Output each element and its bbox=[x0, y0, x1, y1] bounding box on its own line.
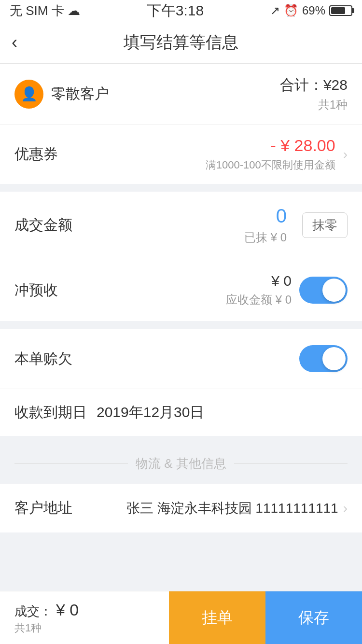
customer-right: 合计：¥28 共1种 bbox=[280, 75, 348, 112]
battery-icon bbox=[329, 5, 352, 16]
back-button[interactable]: ‹ bbox=[12, 32, 17, 53]
total-count: 共1种 bbox=[280, 97, 348, 112]
bottom-amount: ¥ 0 bbox=[56, 601, 79, 619]
bottom-bar: 成交： ¥ 0 共1种 挂单 保存 bbox=[0, 591, 362, 644]
prepay-label: 冲预收 bbox=[14, 280, 58, 300]
avatar: 👤 bbox=[14, 80, 43, 109]
save-button[interactable]: 保存 bbox=[265, 591, 362, 644]
nav-bar: ‹ 填写结算等信息 bbox=[0, 21, 362, 64]
transaction-label: 成交金额 bbox=[14, 215, 72, 235]
arrears-label: 本单赊欠 bbox=[14, 349, 72, 369]
address-label: 客户地址 bbox=[14, 498, 72, 518]
coupon-right: - ¥ 28.00 满1000-100不限制使用金额 › bbox=[206, 136, 348, 172]
carrier-label: 无 SIM 卡 ☁ bbox=[10, 2, 80, 19]
coupon-desc: 满1000-100不限制使用金额 bbox=[206, 158, 335, 172]
coupon-amount: - ¥ 28.00 bbox=[206, 136, 335, 155]
arrears-toggle[interactable] bbox=[299, 345, 348, 372]
due-date-value: 2019年12月30日 bbox=[97, 403, 204, 422]
status-left: 无 SIM 卡 ☁ bbox=[10, 2, 80, 19]
page-title: 填写结算等信息 bbox=[124, 31, 238, 54]
transaction-info: 已抹 ¥ 0 bbox=[244, 205, 287, 245]
logistics-divider: 物流 & 其他信息 bbox=[0, 444, 362, 484]
coupon-row[interactable]: 优惠券 - ¥ 28.00 满1000-100不限制使用金额 › bbox=[0, 124, 362, 184]
avatar-icon: 👤 bbox=[21, 86, 38, 102]
status-right: ↗ ⏰ 69% bbox=[270, 4, 352, 17]
round-button[interactable]: 抹零 bbox=[302, 212, 348, 238]
logistics-label: 物流 & 其他信息 bbox=[136, 455, 226, 472]
toggle-knob bbox=[322, 279, 346, 302]
transaction-row: 成交金额 已抹 ¥ 0 抹零 bbox=[0, 192, 362, 259]
status-bar: 无 SIM 卡 ☁ 下午3:18 ↗ ⏰ 69% bbox=[0, 0, 362, 21]
transaction-right: 已抹 ¥ 0 抹零 bbox=[244, 205, 348, 245]
address-section: 客户地址 张三 海淀永丰科技园 11111111111 › bbox=[0, 484, 362, 532]
prepay-info: ¥ 0 应收金额 ¥ 0 bbox=[226, 273, 292, 308]
bottom-count: 共1种 bbox=[14, 621, 154, 635]
prepay-row: 冲预收 ¥ 0 应收金额 ¥ 0 bbox=[0, 259, 362, 321]
transaction-amount-input[interactable] bbox=[248, 205, 287, 227]
content-area: 👤 零散客户 合计：¥28 共1种 优惠券 - ¥ 28.00 满1000-10… bbox=[0, 64, 362, 598]
address-right: 张三 海淀永丰科技园 11111111111 › bbox=[126, 499, 348, 518]
total-amount: 合计：¥28 bbox=[280, 75, 348, 95]
bottom-label: 成交： bbox=[14, 603, 52, 620]
bottom-summary: 成交： ¥ 0 共1种 bbox=[0, 591, 169, 644]
suspend-button[interactable]: 挂单 bbox=[169, 591, 265, 644]
customer-name: 零散客户 bbox=[51, 84, 109, 104]
due-date-label: 收款到期日 bbox=[14, 403, 87, 422]
arrears-row: 本单赊欠 bbox=[0, 329, 362, 389]
prepay-sub: 应收金额 ¥ 0 bbox=[226, 292, 292, 308]
alarm-icon: ⏰ bbox=[284, 4, 298, 17]
address-chevron-icon: › bbox=[343, 501, 348, 516]
coupon-info: - ¥ 28.00 满1000-100不限制使用金额 bbox=[206, 136, 335, 172]
transaction-section: 成交金额 已抹 ¥ 0 抹零 冲预收 ¥ 0 应收金额 ¥ 0 bbox=[0, 192, 362, 321]
customer-row: 👤 零散客户 合计：¥28 共1种 bbox=[0, 64, 362, 124]
divider-line: 物流 & 其他信息 bbox=[14, 455, 348, 472]
location-icon: ↗ bbox=[270, 4, 280, 17]
prepay-right: ¥ 0 应收金额 ¥ 0 bbox=[226, 273, 348, 308]
arrears-toggle-knob bbox=[322, 347, 346, 370]
status-time: 下午3:18 bbox=[147, 1, 204, 21]
coupon-chevron-icon: › bbox=[343, 147, 348, 162]
prepay-amount: ¥ 0 bbox=[226, 273, 292, 289]
battery-percent: 69% bbox=[302, 4, 325, 17]
arrears-section: 本单赊欠 收款到期日 2019年12月30日 bbox=[0, 329, 362, 436]
transaction-sub: 已抹 ¥ 0 bbox=[244, 230, 287, 245]
customer-left: 👤 零散客户 bbox=[14, 80, 109, 109]
prepay-toggle[interactable] bbox=[299, 277, 348, 304]
coupon-label: 优惠券 bbox=[14, 144, 58, 164]
address-value: 张三 海淀永丰科技园 11111111111 bbox=[126, 499, 338, 518]
customer-section: 👤 零散客户 合计：¥28 共1种 优惠券 - ¥ 28.00 满1000-10… bbox=[0, 64, 362, 184]
address-row[interactable]: 客户地址 张三 海淀永丰科技园 11111111111 › bbox=[0, 484, 362, 532]
due-date-row[interactable]: 收款到期日 2019年12月30日 bbox=[0, 389, 362, 436]
